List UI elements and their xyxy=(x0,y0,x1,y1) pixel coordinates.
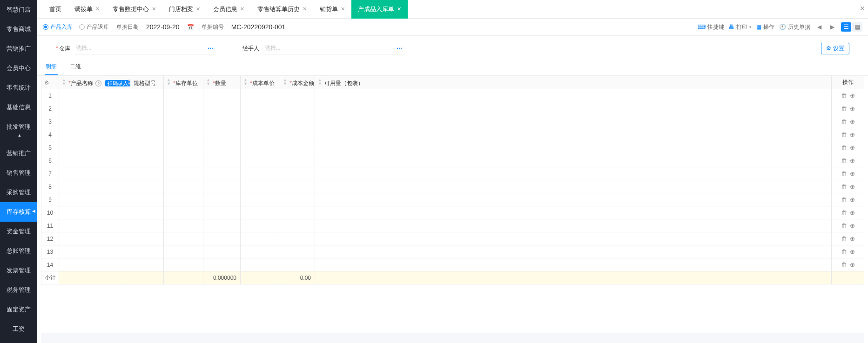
cell[interactable] xyxy=(280,154,315,167)
cell[interactable] xyxy=(124,141,164,154)
cell[interactable] xyxy=(203,141,241,154)
sort-icon[interactable]: ▲▼ xyxy=(243,78,248,86)
close-all-tabs-icon[interactable]: ✕ xyxy=(860,5,865,12)
cell[interactable] xyxy=(241,193,280,206)
cell[interactable] xyxy=(124,180,164,193)
sidebar-item[interactable]: 会员中心 xyxy=(0,59,37,78)
table-row[interactable]: 11🗑⊕ xyxy=(41,219,864,232)
cell[interactable] xyxy=(164,115,203,128)
close-icon[interactable]: ✕ xyxy=(152,6,156,12)
radio-product-out[interactable]: 产品退库 xyxy=(79,23,109,31)
cell[interactable] xyxy=(59,232,124,245)
sidebar-item[interactable]: 税务管理 xyxy=(0,280,37,300)
delete-row-icon[interactable]: 🗑 xyxy=(841,131,847,138)
col-product[interactable]: ▲▼ *产品名称 ? 扫码录入 xyxy=(59,76,124,89)
cell[interactable] xyxy=(241,180,280,193)
delete-row-icon[interactable]: 🗑 xyxy=(841,196,847,203)
cell[interactable] xyxy=(124,154,164,167)
cell[interactable] xyxy=(203,258,241,271)
close-icon[interactable]: ✕ xyxy=(196,6,200,12)
help-icon[interactable]: ? xyxy=(95,80,101,86)
cell[interactable] xyxy=(124,115,164,128)
col-cost-amount[interactable]: ▲▼ *成本金额 xyxy=(280,76,315,89)
sidebar-item[interactable]: 工资 xyxy=(0,319,37,339)
cell[interactable] xyxy=(241,141,280,154)
sidebar-item[interactable]: 营销推广 xyxy=(0,144,37,163)
prev-doc-arrow[interactable]: ◀ xyxy=(815,23,823,31)
page-tab[interactable]: 首页 xyxy=(43,0,68,19)
cell[interactable] xyxy=(241,219,280,232)
cell[interactable] xyxy=(315,219,832,232)
add-row-icon[interactable]: ⊕ xyxy=(850,92,855,99)
cell[interactable] xyxy=(315,154,832,167)
cell[interactable] xyxy=(124,219,164,232)
cell[interactable] xyxy=(59,167,124,180)
table-row[interactable]: 4🗑⊕ xyxy=(41,128,864,141)
column-settings-header[interactable]: ⚙ xyxy=(41,76,59,89)
sort-icon[interactable]: ▲▼ xyxy=(167,78,171,86)
cell[interactable] xyxy=(241,206,280,219)
cell[interactable] xyxy=(203,232,241,245)
sidebar-item[interactable]: 批发管理▲ xyxy=(0,117,37,144)
cell[interactable] xyxy=(59,154,124,167)
sidebar-item[interactable]: 资金管理 xyxy=(0,222,37,241)
cell[interactable] xyxy=(203,102,241,115)
sidebar-item[interactable]: 总账管理 xyxy=(0,241,37,261)
cell[interactable] xyxy=(315,102,832,115)
cell[interactable] xyxy=(280,193,315,206)
delete-row-icon[interactable]: 🗑 xyxy=(841,183,847,190)
ellipsis-icon[interactable]: ⋯ xyxy=(397,45,403,52)
table-row[interactable]: 13🗑⊕ xyxy=(41,245,864,258)
sidebar-item[interactable]: 零售统计 xyxy=(0,78,37,98)
ellipsis-icon[interactable]: ⋯ xyxy=(208,45,214,52)
cell[interactable] xyxy=(124,206,164,219)
cell[interactable] xyxy=(164,128,203,141)
cell[interactable] xyxy=(164,245,203,258)
sidebar-item[interactable]: 库存核算◀ xyxy=(0,202,37,222)
sidebar-item[interactable]: 智慧门店 xyxy=(0,0,37,20)
cell[interactable] xyxy=(59,89,124,102)
cell[interactable] xyxy=(124,89,164,102)
cell[interactable] xyxy=(164,232,203,245)
cell[interactable] xyxy=(315,115,832,128)
cell[interactable] xyxy=(280,180,315,193)
doc-date-value[interactable]: 2022-09-20 xyxy=(146,23,180,31)
close-icon[interactable]: ✕ xyxy=(95,6,100,12)
col-unit[interactable]: ▲▼ *库存单位 xyxy=(164,76,203,89)
table-row[interactable]: 7🗑⊕ xyxy=(41,167,864,180)
close-icon[interactable]: ✕ xyxy=(240,6,244,12)
view-card-button[interactable]: ▤ xyxy=(852,22,862,32)
delete-row-icon[interactable]: 🗑 xyxy=(841,105,847,112)
delete-row-icon[interactable]: 🗑 xyxy=(841,248,847,255)
cell[interactable] xyxy=(59,206,124,219)
page-tab[interactable]: 产成品入库单✕ xyxy=(351,0,408,19)
sidebar-item[interactable]: 采购管理 xyxy=(0,183,37,202)
cell[interactable] xyxy=(280,115,315,128)
close-icon[interactable]: ✕ xyxy=(303,6,307,12)
cell[interactable] xyxy=(124,245,164,258)
table-row[interactable]: 12🗑⊕ xyxy=(41,232,864,245)
sort-icon[interactable]: ▲▼ xyxy=(62,78,66,86)
table-row[interactable]: 2🗑⊕ xyxy=(41,102,864,115)
operations-link[interactable]: ▦ 操作 xyxy=(756,23,774,31)
add-row-icon[interactable]: ⊕ xyxy=(850,261,855,268)
cell[interactable] xyxy=(280,141,315,154)
page-tab[interactable]: 门店档案✕ xyxy=(162,0,207,19)
page-tab[interactable]: 零售结算单历史✕ xyxy=(251,0,313,19)
cell[interactable] xyxy=(203,193,241,206)
cell[interactable] xyxy=(59,115,124,128)
cell[interactable] xyxy=(203,206,241,219)
cell[interactable] xyxy=(59,180,124,193)
sidebar-item[interactable]: 发票管理 xyxy=(0,261,37,280)
delete-row-icon[interactable]: 🗑 xyxy=(841,235,847,242)
page-tab[interactable]: 会员信息✕ xyxy=(207,0,251,19)
cell[interactable] xyxy=(164,219,203,232)
col-qty[interactable]: ▲▼ *数量 xyxy=(203,76,241,89)
table-row[interactable]: 1🗑⊕ xyxy=(41,89,864,102)
cell[interactable] xyxy=(280,128,315,141)
cell[interactable] xyxy=(164,102,203,115)
cell[interactable] xyxy=(315,206,832,219)
col-cost-price[interactable]: ▲▼ *成本单价 xyxy=(241,76,280,89)
cell[interactable] xyxy=(164,258,203,271)
add-row-icon[interactable]: ⊕ xyxy=(850,222,855,229)
